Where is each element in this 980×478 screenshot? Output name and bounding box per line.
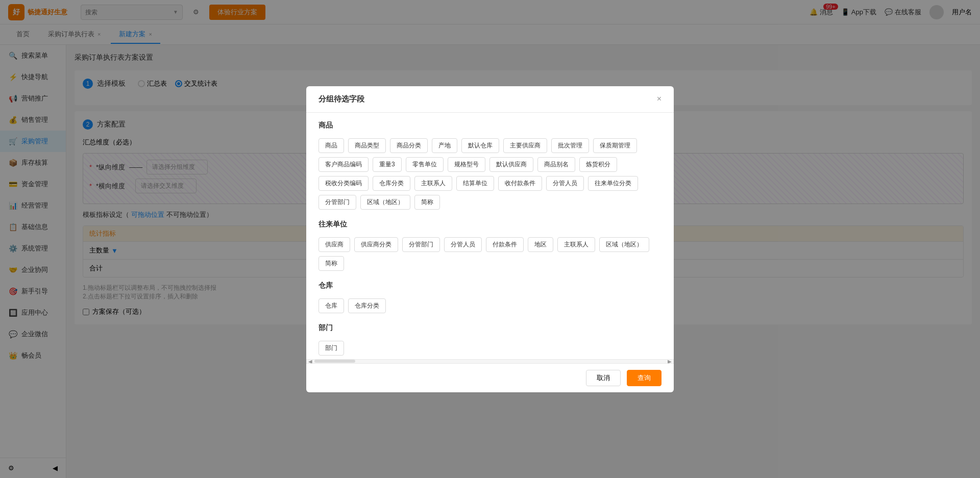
field-tag[interactable]: 商品分类	[390, 138, 428, 153]
field-tag[interactable]: 仓库分类	[373, 176, 410, 191]
dialog-title: 分组待选字段	[318, 94, 364, 104]
field-tag[interactable]: 产地	[432, 138, 457, 153]
dialog-body[interactable]: 商品 商品 商品类型 商品分类 产地 默认仓库 主要供应商 批次管理 保质期管理…	[306, 113, 674, 359]
field-tag[interactable]: 重量3	[373, 157, 402, 172]
field-tag[interactable]: 商品类型	[348, 138, 386, 153]
field-tag[interactable]: 保质期管理	[593, 138, 637, 153]
field-tag[interactable]: 主联系人	[557, 237, 595, 252]
field-tag[interactable]: 付款条件	[486, 237, 524, 252]
field-tag[interactable]: 分管部门	[402, 237, 440, 252]
field-tags-product: 商品 商品类型 商品分类 产地 默认仓库 主要供应商 批次管理 保质期管理 客户…	[318, 138, 662, 210]
field-tag[interactable]: 部门	[318, 341, 344, 356]
field-tag[interactable]: 区域（地区）	[599, 237, 649, 252]
field-tag[interactable]: 客户商品编码	[318, 157, 369, 172]
field-tag[interactable]: 简称	[318, 256, 344, 271]
field-tag[interactable]: 供应商分类	[354, 237, 398, 252]
confirm-button[interactable]: 查询	[627, 370, 662, 386]
field-tags-dept: 部门	[318, 341, 662, 356]
field-group-product: 商品 商品 商品类型 商品分类 产地 默认仓库 主要供应商 批次管理 保质期管理…	[318, 121, 662, 210]
field-group-warehouse-title: 仓库	[318, 281, 662, 292]
field-tag[interactable]: 地区	[528, 237, 553, 252]
field-tag[interactable]: 分管人员	[444, 237, 482, 252]
dialog-horizontal-scrollbar[interactable]: ◀ ▶	[306, 359, 674, 363]
field-tag[interactable]: 往来单位分类	[588, 176, 638, 191]
field-group-product-title: 商品	[318, 121, 662, 132]
field-tags-partner: 供应商 供应商分类 分管部门 分管人员 付款条件 地区 主联系人 区域（地区） …	[318, 237, 662, 271]
field-select-dialog: 分组待选字段 × 商品 商品 商品类型 商品分类 产地 默认仓库 主要供应商 批…	[306, 86, 674, 392]
field-tag[interactable]: 简称	[414, 195, 440, 210]
field-tag[interactable]: 分管人员	[546, 176, 584, 191]
field-tag[interactable]: 商品	[318, 138, 344, 153]
field-tag[interactable]: 主要供应商	[503, 138, 547, 153]
field-group-warehouse: 仓库 仓库 仓库分类	[318, 281, 662, 313]
field-tag[interactable]: 规格型号	[448, 157, 485, 172]
dialog-footer: 取消 查询	[306, 363, 674, 392]
field-tag[interactable]: 炼货积分	[579, 157, 617, 172]
field-tag[interactable]: 分管部门	[318, 195, 356, 210]
field-tag[interactable]: 税收分类编码	[318, 176, 369, 191]
dialog-close-icon[interactable]: ×	[657, 94, 662, 104]
field-group-partner-title: 往来单位	[318, 220, 662, 231]
field-tag[interactable]: 结算单位	[456, 176, 494, 191]
field-tag[interactable]: 商品别名	[537, 157, 575, 172]
field-tag[interactable]: 供应商	[318, 237, 350, 252]
field-tag[interactable]: 仓库	[318, 298, 344, 313]
field-group-dept: 部门 部门	[318, 323, 662, 356]
field-tag[interactable]: 默认仓库	[461, 138, 499, 153]
dialog-header: 分组待选字段 ×	[306, 86, 674, 113]
field-tag[interactable]: 区域（地区）	[360, 195, 410, 210]
field-tags-warehouse: 仓库 仓库分类	[318, 298, 662, 313]
field-tag[interactable]: 仓库分类	[348, 298, 386, 313]
cancel-button[interactable]: 取消	[586, 370, 621, 386]
field-group-partner: 往来单位 供应商 供应商分类 分管部门 分管人员 付款条件 地区 主联系人 区域…	[318, 220, 662, 271]
dialog-overlay: 分组待选字段 × 商品 商品 商品类型 商品分类 产地 默认仓库 主要供应商 批…	[0, 0, 980, 478]
field-tag[interactable]: 收付款条件	[498, 176, 542, 191]
field-group-dept-title: 部门	[318, 323, 662, 335]
field-tag[interactable]: 主联系人	[414, 176, 452, 191]
field-tag[interactable]: 零售单位	[406, 157, 444, 172]
scrollbar-thumb[interactable]	[314, 360, 355, 363]
field-tag[interactable]: 默认供应商	[489, 157, 533, 172]
field-tag[interactable]: 批次管理	[551, 138, 589, 153]
